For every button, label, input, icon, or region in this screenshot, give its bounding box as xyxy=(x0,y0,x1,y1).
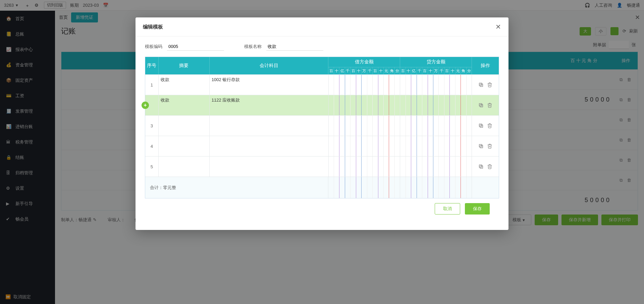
copy-icon[interactable] xyxy=(478,103,484,108)
trash-icon[interactable] xyxy=(487,164,492,169)
cell-credit[interactable] xyxy=(400,75,472,95)
cell-summary[interactable]: 收款 xyxy=(159,75,210,95)
cell-ops xyxy=(472,75,499,95)
cell-credit[interactable] xyxy=(400,116,472,136)
table-row[interactable]: 3 xyxy=(145,115,499,136)
save-button[interactable]: 保存 xyxy=(465,203,490,215)
cell-ops xyxy=(472,95,499,115)
cell-ops xyxy=(472,157,499,177)
cell-summary[interactable] xyxy=(159,136,210,156)
total-credit xyxy=(400,177,472,198)
cell-subject[interactable] xyxy=(210,136,329,156)
cell-credit[interactable] xyxy=(400,157,472,177)
cell-seq: 5 xyxy=(145,157,159,177)
copy-icon[interactable] xyxy=(478,82,484,87)
edit-template-modal: 编辑模板 ✕ 模板编码 模板名称 序号 摘要 会计科目 借方金额 百十亿千百十 xyxy=(136,17,508,230)
cell-credit[interactable] xyxy=(400,136,472,156)
cell-debit[interactable] xyxy=(329,157,400,177)
copy-icon[interactable] xyxy=(478,123,484,128)
cell-subject[interactable]: 1122 应收账款 xyxy=(210,95,329,115)
cell-debit[interactable] xyxy=(329,95,400,115)
cell-debit[interactable] xyxy=(329,136,400,156)
cell-seq: 1 xyxy=(145,75,159,95)
cell-summary[interactable] xyxy=(159,157,210,177)
th-summary: 摘要 xyxy=(159,57,210,74)
copy-icon[interactable] xyxy=(478,164,484,169)
total-row: 合计： 零元整 xyxy=(145,177,328,198)
copy-icon[interactable] xyxy=(478,143,484,149)
th-credit-label: 贷方金额 xyxy=(400,57,472,67)
table-row[interactable]: 1收款1002 银行存款 xyxy=(145,74,499,95)
th-credit: 贷方金额 百十亿千百十万千百十元角分 xyxy=(400,57,472,74)
th-subject: 会计科目 xyxy=(210,57,329,74)
modal-title: 编辑模板 xyxy=(143,24,163,30)
table-row[interactable]: 5 xyxy=(145,156,499,177)
template-code-label: 模板编码 xyxy=(145,44,162,50)
cell-credit[interactable] xyxy=(400,95,472,115)
th-ops: 操作 xyxy=(472,57,499,74)
cell-subject[interactable] xyxy=(210,116,329,136)
cell-subject[interactable] xyxy=(210,157,329,177)
th-debit-label: 借方金额 xyxy=(328,57,400,67)
cell-seq: 4 xyxy=(145,136,159,156)
trash-icon[interactable] xyxy=(487,103,492,108)
template-code-input[interactable] xyxy=(167,43,224,51)
template-name-label: 模板名称 xyxy=(244,44,262,50)
table-row[interactable]: 4 xyxy=(145,136,499,156)
total-debit xyxy=(328,177,400,198)
cell-subject[interactable]: 1002 银行存款 xyxy=(210,75,329,95)
total-label: 合计： xyxy=(150,185,163,191)
cell-ops xyxy=(472,116,499,136)
cell-summary[interactable]: 收款 xyxy=(159,95,210,115)
add-row-button[interactable]: + xyxy=(142,102,149,109)
th-seq: 序号 xyxy=(145,57,159,74)
trash-icon[interactable] xyxy=(487,143,492,149)
trash-icon[interactable] xyxy=(487,123,492,128)
table-row[interactable]: +收款1122 应收账款 xyxy=(145,95,499,115)
cell-debit[interactable] xyxy=(329,75,400,95)
cell-ops xyxy=(472,136,499,156)
debit-units: 百十亿千百十万千百十元角分 xyxy=(328,67,400,74)
template-name-input[interactable] xyxy=(266,43,323,51)
cell-summary[interactable] xyxy=(159,116,210,136)
close-icon[interactable]: ✕ xyxy=(495,23,501,31)
th-debit: 借方金额 百十亿千百十万千百十元角分 xyxy=(328,57,400,74)
cell-debit[interactable] xyxy=(329,116,400,136)
cancel-button[interactable]: 取消 xyxy=(435,203,460,215)
trash-icon[interactable] xyxy=(487,82,492,87)
cell-seq: 3 xyxy=(145,116,159,136)
template-table: 序号 摘要 会计科目 借方金额 百十亿千百十万千百十元角分 贷方金额 百十亿千百… xyxy=(145,57,499,198)
total-text: 零元整 xyxy=(163,185,176,191)
credit-units: 百十亿千百十万千百十元角分 xyxy=(400,67,472,74)
